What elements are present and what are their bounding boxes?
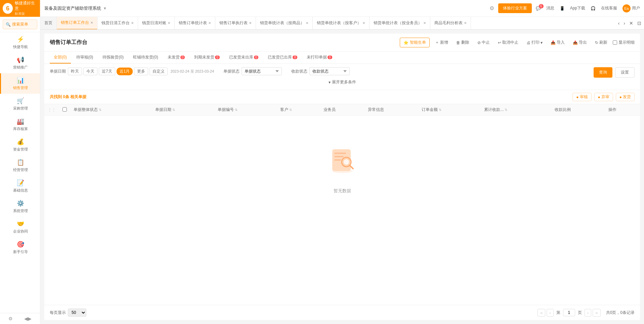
ship-dot-icon: ●	[619, 95, 622, 99]
sidebar-item-basic[interactable]: 📝 基础信息	[0, 176, 40, 196]
filter-tab-all[interactable]: 全部(0)	[50, 52, 71, 64]
sidebar-item-management[interactable]: 📋 经营管理	[0, 155, 40, 176]
tab-scroll-left-button[interactable]: ‹	[617, 20, 621, 27]
chevron-down-icon: ▾	[104, 6, 106, 11]
date-1month-button[interactable]: 近1月	[117, 68, 133, 75]
th-date-sort-icon[interactable]: ⇅	[172, 108, 175, 112]
tab-salesman-stats[interactable]: 销货单统计表（按业务员） ✕	[370, 17, 430, 30]
inventory-label: 库存核算	[13, 126, 28, 131]
tab-goods-stats[interactable]: 销货单统计表（按商品） ✕	[256, 17, 313, 30]
th-customer-sort-icon[interactable]: ⇅	[289, 108, 292, 112]
smart-generate-label: 智能生单	[410, 40, 426, 45]
tab-sales-workbench-close-icon[interactable]: ✕	[90, 21, 93, 25]
sidebar-item-guide[interactable]: 🎯 新手引导	[0, 237, 40, 258]
sidebar-item-collab[interactable]: 🤝 企业协同	[0, 217, 40, 237]
last-page-button[interactable]: »	[593, 309, 600, 317]
filter-tab-not-printed[interactable]: 未打印单据0	[303, 52, 336, 64]
add-button[interactable]: ＋ 新增	[432, 38, 451, 47]
payment-select[interactable]: 收款状态	[309, 67, 350, 75]
logo-brand: 畅捷通好生意	[15, 1, 37, 11]
tab-scroll-right-button[interactable]: ›	[622, 20, 627, 27]
tab-goods-stats-close-icon[interactable]: ✕	[306, 21, 308, 25]
expand-more-button[interactable]: ▾ 展开更多条件	[325, 78, 360, 86]
topbar-gear-icon[interactable]: ⚙	[489, 5, 494, 11]
th-number-sort-icon[interactable]: ⇅	[235, 108, 238, 112]
abandon-review-button[interactable]: ● 弃审	[594, 93, 613, 101]
tab-salesman-stats-close-icon[interactable]: ✕	[423, 21, 426, 25]
review-button[interactable]: ● 审核	[572, 93, 591, 101]
setting-button[interactable]: 设置	[615, 67, 635, 78]
delete-label: 删除	[461, 40, 469, 45]
logo-text: 畅捷通好生意 标准版	[15, 1, 37, 16]
tab-customer-stats[interactable]: 销货单统计表（按客户） ✕	[313, 17, 370, 30]
next-page-button[interactable]: ›	[585, 309, 591, 317]
tab-margin-analysis[interactable]: 商品毛利分析表 ✕	[430, 17, 471, 30]
sidebar-item-nav[interactable]: ⚡ 快捷导航	[0, 32, 40, 53]
sidebar-item-purchase[interactable]: 🛒 采购管理	[0, 94, 40, 114]
sidebar-item-inventory[interactable]: 🏭 库存核算	[0, 114, 40, 135]
tab-expand-button[interactable]: ⊡	[636, 20, 643, 27]
tab-daily-clear[interactable]: 钱货日清工作台 ✕	[97, 17, 138, 30]
tab-sales-stats[interactable]: 销售订单统计表 ✕	[175, 17, 215, 30]
detail-checkbox-label[interactable]: 显示明细	[613, 40, 635, 45]
tab-sales-exec-close-icon[interactable]: ✕	[249, 21, 252, 25]
import-button[interactable]: 📥 导入	[548, 38, 567, 47]
th-cumulative-sort-icon[interactable]: ⇅	[505, 108, 507, 112]
sidebar-item-system[interactable]: ⚙️ 系统管理	[0, 196, 40, 217]
tab-sales-stats-close-icon[interactable]: ✕	[208, 21, 211, 25]
current-page-input[interactable]	[563, 309, 575, 316]
tab-sales-exec[interactable]: 销售订单执行表 ✕	[215, 17, 256, 30]
th-amount-sort-icon[interactable]: ⇅	[439, 108, 441, 112]
first-page-button[interactable]: «	[538, 309, 545, 317]
sidebar-item-marketing[interactable]: 📢 营销推广	[0, 53, 40, 73]
cancel-stop-button[interactable]: ↩ 取消中止	[495, 38, 521, 47]
th-status-sort-icon[interactable]: ⇅	[99, 108, 101, 112]
date-7days-button[interactable]: 近7天	[99, 68, 115, 75]
solution-button[interactable]: 体验行业方案	[498, 3, 532, 13]
filter-tab-wangpu-pending[interactable]: 旺铺待发货(0)	[129, 52, 162, 64]
sidebar-item-sales[interactable]: 📊 销售管理	[0, 73, 40, 94]
prev-page-button[interactable]: ‹	[547, 309, 553, 317]
print-button[interactable]: 🖨 打印 ▾	[524, 38, 545, 47]
app-download-link[interactable]: App下载	[570, 5, 585, 11]
tab-margin-analysis-close-icon[interactable]: ✕	[464, 21, 467, 25]
delete-button[interactable]: 🗑 删除	[454, 38, 472, 47]
status-filter: 单据状态 单据状态	[223, 67, 282, 75]
filter-tab-shipped-out[interactable]: 已发货已出库0	[264, 52, 301, 64]
export-button[interactable]: 📤 导出	[570, 38, 590, 47]
date-today-button[interactable]: 今天	[83, 68, 97, 75]
svg-rect-4	[334, 159, 341, 161]
per-page-select[interactable]: 50 10 20 100	[68, 309, 86, 317]
messages-badge-container[interactable]: 💬 6	[536, 6, 541, 11]
collapse-sidebar-icon[interactable]: ◀▶	[24, 316, 32, 321]
tab-sales-workbench[interactable]: 销售订单工作台 ✕	[57, 17, 97, 30]
search-menu-button[interactable]: 🔍 搜索菜单	[3, 19, 37, 29]
tab-daily-clear-close-icon[interactable]: ✕	[131, 21, 134, 25]
tab-customer-stats-close-icon[interactable]: ✕	[362, 21, 365, 25]
tab-close-all-button[interactable]: ✕	[628, 20, 635, 27]
stop-button[interactable]: ⊘ 中止	[475, 38, 492, 47]
settings-gear-icon[interactable]: ⚙	[8, 316, 13, 321]
status-select[interactable]: 单据状态	[242, 67, 282, 75]
smart-generate-button[interactable]: ⭐ 智能生单	[400, 38, 430, 47]
select-all-checkbox[interactable]	[62, 107, 67, 112]
th-action-label: 操作	[608, 107, 616, 112]
query-button[interactable]: 查询	[594, 67, 612, 78]
filter-tab-shipped-not-out[interactable]: 已发货未出库0	[225, 52, 263, 64]
date-more-button[interactable]: 更多	[134, 68, 148, 75]
online-service-link[interactable]: 在线客服	[601, 5, 617, 11]
tab-reconcile-close-icon[interactable]: ✕	[168, 21, 170, 25]
filter-tab-pending-inspect[interactable]: 待拣验货(0)	[98, 52, 128, 64]
date-yesterday-button[interactable]: 昨天	[68, 68, 82, 75]
detail-checkbox[interactable]	[613, 40, 617, 45]
filter-tab-pending-review[interactable]: 待审核(0)	[72, 52, 97, 64]
sidebar-item-finance[interactable]: 💰 资金管理	[0, 135, 40, 155]
date-custom-button[interactable]: 自定义	[149, 68, 168, 75]
user-area[interactable]: Ea 用户	[622, 4, 640, 12]
tab-home[interactable]: 首页	[40, 17, 57, 30]
tab-reconcile[interactable]: 钱货日清对账 ✕	[138, 17, 175, 30]
refresh-button[interactable]: ↻ 刷新	[592, 38, 610, 47]
filter-tab-overdue-not-shipped[interactable]: 到期未发货0	[190, 52, 224, 64]
ship-button[interactable]: ● 发货	[616, 93, 635, 101]
filter-tab-not-shipped[interactable]: 未发货0	[164, 52, 189, 64]
